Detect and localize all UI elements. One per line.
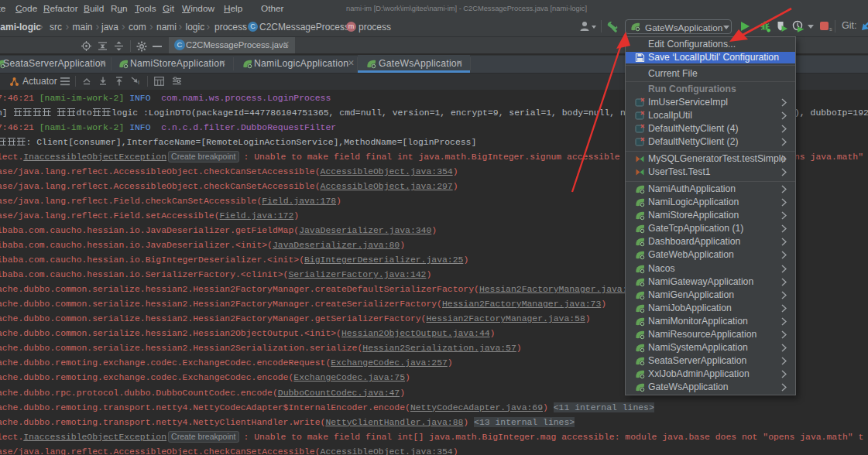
svg-text:I: I [138,79,139,86]
